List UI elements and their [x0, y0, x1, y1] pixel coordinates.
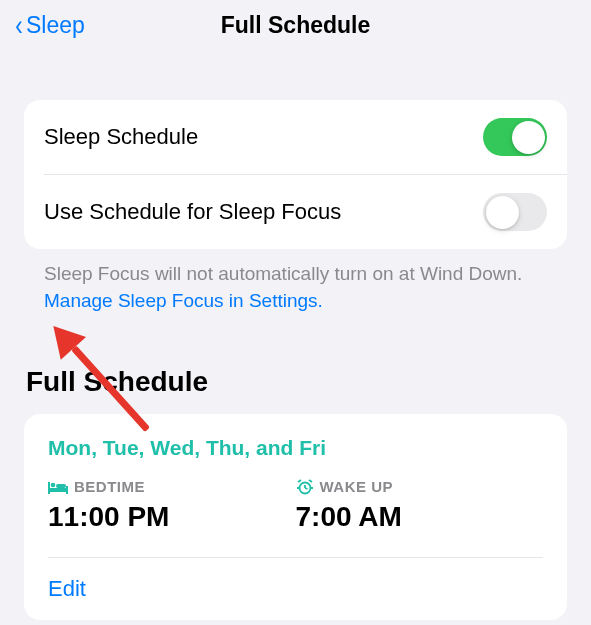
bedtime-label: BEDTIME: [48, 478, 296, 495]
bedtime-label-text: BEDTIME: [74, 478, 145, 495]
sleep-schedule-label: Sleep Schedule: [44, 124, 198, 150]
settings-card: Sleep Schedule Use Schedule for Sleep Fo…: [24, 100, 567, 249]
bedtime-column: BEDTIME 11:00 PM: [48, 478, 296, 533]
footer-text: Sleep Focus will not automatically turn …: [24, 249, 567, 314]
page-title: Full Schedule: [221, 12, 371, 39]
svg-rect-2: [66, 486, 68, 494]
svg-point-3: [51, 482, 56, 487]
use-focus-row: Use Schedule for Sleep Focus: [24, 175, 567, 249]
sleep-schedule-row: Sleep Schedule: [24, 100, 567, 174]
back-label: Sleep: [26, 12, 85, 39]
nav-bar: ‹ Sleep Full Schedule: [0, 0, 591, 50]
svg-rect-4: [56, 484, 66, 488]
edit-button[interactable]: Edit: [48, 558, 543, 620]
chevron-left-icon: ‹: [15, 10, 23, 40]
svg-line-8: [298, 480, 301, 482]
bedtime-value: 11:00 PM: [48, 501, 296, 533]
alarm-clock-icon: [296, 479, 314, 495]
svg-line-7: [305, 488, 308, 489]
schedule-days: Mon, Tue, Wed, Thu, and Fri: [48, 436, 543, 460]
svg-rect-1: [48, 488, 68, 492]
wakeup-value: 7:00 AM: [296, 501, 544, 533]
sleep-schedule-toggle[interactable]: [483, 118, 547, 156]
toggle-knob: [486, 196, 519, 229]
footer-description: Sleep Focus will not automatically turn …: [44, 263, 522, 284]
bed-icon: [48, 480, 68, 494]
wakeup-column: WAKE UP 7:00 AM: [296, 478, 544, 533]
use-focus-toggle[interactable]: [483, 193, 547, 231]
section-title: Full Schedule: [24, 366, 567, 398]
schedule-card[interactable]: Mon, Tue, Wed, Thu, and Fri BEDTIME: [24, 414, 567, 620]
toggle-knob: [512, 121, 545, 154]
svg-line-9: [309, 480, 312, 482]
use-focus-label: Use Schedule for Sleep Focus: [44, 199, 341, 225]
manage-focus-link[interactable]: Manage Sleep Focus in Settings.: [44, 290, 323, 311]
wakeup-label: WAKE UP: [296, 478, 544, 495]
wakeup-label-text: WAKE UP: [320, 478, 394, 495]
time-row: BEDTIME 11:00 PM: [48, 478, 543, 533]
back-button[interactable]: ‹ Sleep: [14, 10, 85, 40]
